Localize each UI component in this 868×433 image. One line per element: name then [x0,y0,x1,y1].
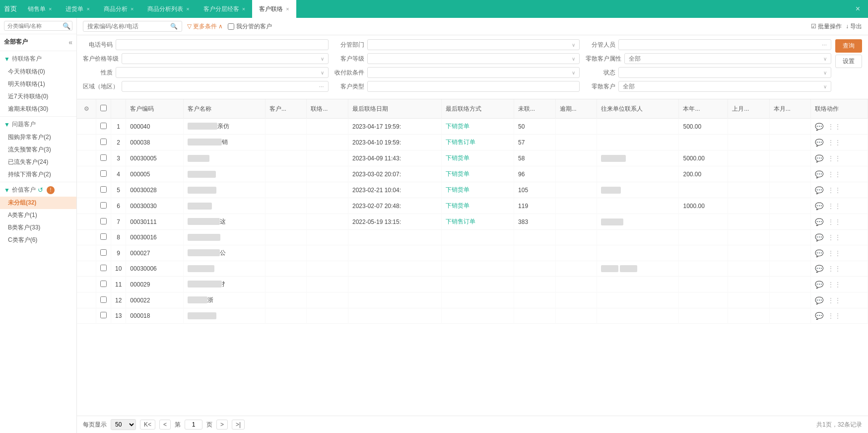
row-checkbox[interactable] [100,296,107,303]
filter-search-input[interactable] [87,23,170,30]
contact-method-link[interactable]: 下销货单 [446,202,469,209]
filter-price-level-input[interactable] [126,55,321,62]
row-checkbox[interactable] [100,265,107,271]
contact-action-icon[interactable]: 💬 [815,123,823,131]
sidebar-item-class-b[interactable]: B类客户(33) [0,221,76,234]
sidebar-item-unclassified[interactable]: 未分组(32) [0,197,76,209]
row-checkbox-cell[interactable] [96,245,111,261]
contact-action-icon[interactable]: 💬 [815,218,823,226]
filter-region-input[interactable] [126,83,319,90]
row-checkbox-cell[interactable] [96,166,111,182]
page-number-input[interactable] [185,420,202,430]
more-icon[interactable]: ··· [319,83,324,90]
contact-action-icon[interactable]: 💬 [815,233,823,241]
close-icon[interactable]: × [49,6,52,12]
filter-dept-input[interactable] [372,41,572,48]
row-checkbox[interactable] [100,123,107,129]
sidebar-item-churn-warning[interactable]: 流失预警客户(3) [0,144,76,156]
last-page-button[interactable]: >| [232,420,245,430]
more-action-icon[interactable]: ⋮⋮ [827,265,841,273]
group-problem-customers[interactable]: ▼ 问题客户 [0,118,76,131]
contact-action-icon[interactable]: 💬 [815,139,823,146]
more-action-icon[interactable]: ⋮⋮ [827,139,841,146]
select-all-checkbox[interactable] [100,105,107,111]
filter-retail-attr-input[interactable] [629,55,823,62]
refresh-icon[interactable]: ↺ [38,186,43,194]
filter-retail-customer-input[interactable] [623,83,823,90]
contact-method-link[interactable]: 下销货单 [446,170,469,177]
row-checkbox[interactable] [100,233,107,240]
row-checkbox-cell[interactable] [96,230,111,245]
more-action-icon[interactable]: ⋮⋮ [827,233,841,241]
contact-action-icon[interactable]: 💬 [815,265,823,273]
page-size-select[interactable]: 10 20 50 100 [111,419,136,430]
more-action-icon[interactable]: ⋮⋮ [827,202,841,210]
row-checkbox[interactable] [100,218,107,224]
contact-action-icon[interactable]: 💬 [815,186,823,194]
tab-product-analysis[interactable]: 商品分析 × [97,0,140,18]
row-checkbox[interactable] [100,170,107,177]
more-action-icon[interactable]: ⋮⋮ [827,249,841,257]
filter-customer-type-input[interactable] [372,83,576,90]
sidebar-item-class-a[interactable]: A类客户(1) [0,209,76,221]
filter-phone-input[interactable] [120,41,324,48]
contact-action-icon[interactable]: 💬 [815,249,823,257]
tab-product-analysis-list[interactable]: 商品分析列表 × [140,0,196,18]
my-customers-checkbox[interactable] [228,23,234,30]
row-checkbox[interactable] [100,249,107,256]
sidebar-item-abnormal[interactable]: 囤购异常客户(2) [0,131,76,144]
row-checkbox-cell[interactable] [96,198,111,214]
my-customers-filter[interactable]: 我分管的客户 [228,22,272,31]
filter-manager-input[interactable] [623,41,822,48]
row-checkbox-cell[interactable] [96,308,111,324]
row-checkbox-cell[interactable] [96,277,111,292]
contact-method-link[interactable]: 下销货单 [446,154,469,161]
more-action-icon[interactable]: ⋮⋮ [827,154,841,162]
close-icon[interactable]: × [286,6,289,12]
more-action-icon[interactable]: ⋮⋮ [827,296,841,304]
sidebar-item-today-pending[interactable]: 今天待联络(0) [0,66,76,78]
first-page-button[interactable]: K< [140,420,155,430]
row-checkbox-cell[interactable] [96,135,111,150]
contact-action-icon[interactable]: 💬 [815,170,823,178]
table-settings-button[interactable]: ⚙ [81,103,92,114]
more-action-icon[interactable]: ⋮⋮ [827,281,841,289]
contact-action-icon[interactable]: 💬 [815,281,823,289]
tab-customer-contact[interactable]: 客户联络 × [252,0,296,18]
tab-sales[interactable]: 销售单 × [21,0,59,18]
row-checkbox[interactable] [100,202,107,209]
filter-search-box[interactable]: 🔍 [83,21,182,32]
more-action-icon[interactable]: ⋮⋮ [827,186,841,194]
contact-action-icon[interactable]: 💬 [815,312,823,320]
home-tab[interactable]: 首页 [4,4,17,13]
close-icon[interactable]: × [131,6,134,12]
row-checkbox-cell[interactable] [96,214,111,230]
sidebar-item-class-c[interactable]: C类客户(6) [0,234,76,246]
contact-action-icon[interactable]: 💬 [815,154,823,162]
filter-customer-level-input[interactable] [372,55,572,62]
more-action-icon[interactable]: ⋮⋮ [827,123,841,131]
prev-page-button[interactable]: < [159,420,171,430]
more-action-icon[interactable]: ⋮⋮ [827,218,841,226]
sidebar-item-churned[interactable]: 已流失客户(24) [0,156,76,168]
all-customers-header[interactable]: 全部客户 « [0,34,76,50]
contact-action-icon[interactable]: 💬 [815,296,823,304]
nav-close-button[interactable]: × [852,4,864,13]
row-checkbox[interactable] [100,154,107,161]
query-button[interactable]: 查询 [835,39,862,53]
close-icon[interactable]: × [242,6,245,12]
close-icon[interactable]: × [86,6,89,12]
export-button[interactable]: ↓ 导出 [846,22,862,31]
tab-customer-tier[interactable]: 客户分层经客 × [197,0,252,18]
close-icon[interactable]: × [186,6,189,12]
row-checkbox[interactable] [100,312,107,318]
filter-payment-input[interactable] [372,69,572,76]
group-pending-contact[interactable]: ▼ 待联络客户 [0,52,76,66]
more-conditions-button[interactable]: ▽ 更多条件 ∧ [187,22,223,31]
group-value-customers[interactable]: ▼ 价值客户 ↺ ! [0,183,76,197]
next-page-button[interactable]: > [216,420,228,430]
sidebar-item-overdue-contact[interactable]: 逾期未联络(30) [0,103,76,115]
row-checkbox-cell[interactable] [96,119,111,135]
contact-method-link[interactable]: 下销售订单 [446,218,475,225]
row-checkbox[interactable] [100,186,107,193]
